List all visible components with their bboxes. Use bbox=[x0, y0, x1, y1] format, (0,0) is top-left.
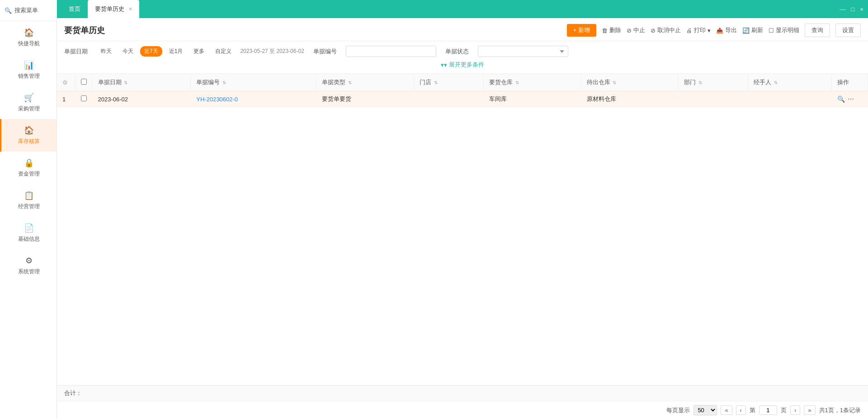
topbar: 首页 要货单历史 × — □ × bbox=[57, 0, 868, 18]
date-btn-7days[interactable]: 近7天 bbox=[140, 46, 162, 57]
sidebar-item-operations[interactable]: 📋 经营管理 bbox=[0, 184, 57, 217]
table-footer: 合计： bbox=[57, 385, 868, 401]
delete-icon: 🗑 bbox=[602, 27, 608, 34]
last-page-button[interactable]: » bbox=[804, 405, 815, 415]
sort-icon: ⇅ bbox=[222, 80, 226, 85]
cell-pending-warehouse: 原材料仓库 bbox=[581, 91, 679, 107]
sort-icon: ⇅ bbox=[124, 80, 127, 85]
cell-handler bbox=[748, 91, 832, 107]
sidebar-item-basic-info[interactable]: 📄 基础信息 bbox=[0, 217, 57, 249]
col-doc-date-header[interactable]: 单据日期 ⇅ bbox=[92, 74, 191, 91]
window-close-button[interactable]: × bbox=[860, 6, 863, 13]
sidebar-item-label: 基础信息 bbox=[18, 235, 40, 243]
tab-requisition-history[interactable]: 要货单历史 × bbox=[88, 0, 139, 18]
sidebar-item-inventory[interactable]: 🏠 库存核算 bbox=[0, 119, 57, 152]
row-checkbox[interactable] bbox=[81, 95, 87, 101]
prev-page-button[interactable]: ‹ bbox=[736, 405, 746, 415]
sidebar-item-label: 快捷导航 bbox=[18, 40, 40, 48]
date-range-display: 2023-05-27 至 2023-06-02 bbox=[240, 48, 304, 55]
tab-home[interactable]: 首页 bbox=[61, 0, 88, 18]
toolbar: + 新增 🗑 删除 ⊘ 中止 ⊘ 取消中止 🖨 打印 ▾ bbox=[567, 24, 861, 37]
col-gear-header[interactable]: ⚙ bbox=[57, 74, 75, 91]
inventory-icon: 🏠 bbox=[24, 125, 34, 135]
cell-doc-date: 2023-06-02 bbox=[92, 91, 191, 107]
date-btn-custom[interactable]: 自定义 bbox=[211, 46, 236, 57]
cell-store bbox=[414, 91, 484, 107]
gear-icon: ⚙ bbox=[25, 256, 33, 266]
sidebar-search[interactable]: 🔍 搜索菜单 bbox=[0, 0, 57, 21]
show-detail-button[interactable]: ☐ 显示明细 bbox=[769, 26, 799, 34]
doc-no-label: 单据编号 bbox=[313, 48, 337, 56]
sidebar-item-finance[interactable]: 🔒 资金管理 bbox=[0, 152, 57, 184]
summary-label: 合计： bbox=[64, 390, 82, 396]
data-table: ⚙ 单据日期 ⇅ 单据编号 ⇅ bbox=[57, 74, 868, 107]
sidebar-item-sales-mgmt[interactable]: 📊 销售管理 bbox=[0, 54, 57, 86]
first-page-button[interactable]: « bbox=[721, 405, 732, 415]
print-button[interactable]: 🖨 打印 ▾ bbox=[686, 26, 711, 34]
col-doc-type-header[interactable]: 单据类型 ⇅ bbox=[316, 74, 414, 91]
sidebar-item-sys-mgmt[interactable]: ⚙ 系统管理 bbox=[0, 249, 57, 282]
sidebar-item-label: 经营管理 bbox=[18, 203, 40, 210]
date-btn-more[interactable]: 更多 bbox=[189, 46, 208, 57]
col-store-header[interactable]: 门店 ⇅ bbox=[414, 74, 484, 91]
col-req-warehouse-header[interactable]: 要货仓库 ⇅ bbox=[483, 74, 581, 91]
tab-requisition-label: 要货单历史 bbox=[95, 5, 124, 13]
home-icon: 🏠 bbox=[24, 28, 34, 38]
pagination: 每页显示 50 10 20 100 « ‹ 第 页 › » 共1页，1条记录 bbox=[57, 401, 868, 419]
col-doc-no-header[interactable]: 单据编号 ⇅ bbox=[191, 74, 316, 91]
next-page-button[interactable]: › bbox=[790, 405, 800, 415]
clipboard-icon: 📋 bbox=[24, 190, 34, 200]
col-checkbox-header[interactable] bbox=[75, 74, 92, 91]
doc-icon: 📄 bbox=[24, 223, 34, 233]
sidebar-item-label: 资金管理 bbox=[18, 170, 40, 178]
date-filter-label: 单据日期 bbox=[64, 48, 88, 56]
table-header-row: ⚙ 单据日期 ⇅ 单据编号 ⇅ bbox=[57, 74, 868, 91]
sidebar-item-label: 系统管理 bbox=[18, 268, 40, 276]
page-unit-label: 页 bbox=[781, 406, 787, 414]
date-btn-1month[interactable]: 近1月 bbox=[165, 46, 187, 57]
more-op-icon[interactable]: ⋯ bbox=[848, 95, 854, 103]
sort-icon: ⇅ bbox=[348, 80, 352, 85]
page-goto-label: 第 bbox=[750, 406, 755, 414]
cell-checkbox[interactable] bbox=[75, 91, 92, 107]
page-header: 要货单历史 + 新增 🗑 删除 ⊘ 中止 ⊘ 取消中止 🖨 打印 bbox=[57, 18, 868, 41]
date-filter-buttons: 昨天 今天 近7天 近1月 更多 自定义 2023-05-27 至 2023-0… bbox=[97, 46, 304, 57]
export-button[interactable]: 📤 导出 bbox=[716, 26, 737, 34]
page-number-input[interactable] bbox=[759, 405, 777, 415]
cancel-stop-button[interactable]: ⊘ 取消中止 bbox=[651, 26, 681, 34]
doc-no-input[interactable] bbox=[346, 46, 436, 57]
doc-no-link[interactable]: YH-20230602-0 bbox=[196, 96, 238, 103]
expand-filter-button[interactable]: ▾▾ 展开更多条件 bbox=[64, 61, 861, 69]
status-select[interactable] bbox=[478, 46, 568, 57]
col-pending-warehouse-header[interactable]: 待出仓库 ⇅ bbox=[581, 74, 679, 91]
tab-close-icon[interactable]: × bbox=[129, 6, 132, 12]
per-page-label: 每页显示 bbox=[666, 406, 690, 414]
window-minimize-button[interactable]: — bbox=[840, 6, 846, 13]
per-page-select[interactable]: 50 10 20 100 bbox=[693, 405, 717, 415]
date-btn-today[interactable]: 今天 bbox=[118, 46, 137, 57]
sidebar-item-purchase-mgmt[interactable]: 🛒 采购管理 bbox=[0, 86, 57, 119]
sidebar-item-quick-nav[interactable]: 🏠 快捷导航 bbox=[0, 21, 57, 54]
tab-home-label: 首页 bbox=[69, 5, 80, 13]
gear-icon[interactable]: ⚙ bbox=[62, 79, 68, 86]
sidebar-search-label: 搜索菜单 bbox=[14, 6, 38, 14]
export-icon: 📤 bbox=[716, 27, 723, 34]
window-maximize-button[interactable]: □ bbox=[851, 6, 855, 13]
cell-ops: 🔍 ⋯ bbox=[832, 91, 868, 107]
view-op-icon[interactable]: 🔍 bbox=[837, 95, 845, 103]
col-handler-header[interactable]: 经手人 ⇅ bbox=[748, 74, 832, 91]
add-button[interactable]: + 新增 bbox=[567, 24, 596, 37]
select-all-checkbox[interactable] bbox=[81, 79, 87, 85]
settings-button[interactable]: 设置 bbox=[835, 24, 861, 37]
date-btn-yesterday[interactable]: 昨天 bbox=[97, 46, 116, 57]
stop-button[interactable]: ⊘ 中止 bbox=[627, 26, 645, 34]
delete-button[interactable]: 🗑 删除 bbox=[602, 26, 621, 34]
refresh-button[interactable]: 🔄 刷新 bbox=[742, 26, 763, 34]
col-dept-header[interactable]: 部门 ⇅ bbox=[679, 74, 748, 91]
total-info: 共1页，1条记录 bbox=[819, 406, 861, 414]
sort-icon: ⇅ bbox=[434, 80, 438, 85]
sidebar: 🔍 搜索菜单 🏠 快捷导航 📊 销售管理 🛒 采购管理 🏠 库存核算 🔒 资金管… bbox=[0, 0, 57, 419]
cart-icon: 🛒 bbox=[24, 93, 34, 103]
chart-icon: 📊 bbox=[24, 60, 34, 70]
query-button[interactable]: 查询 bbox=[805, 24, 830, 37]
